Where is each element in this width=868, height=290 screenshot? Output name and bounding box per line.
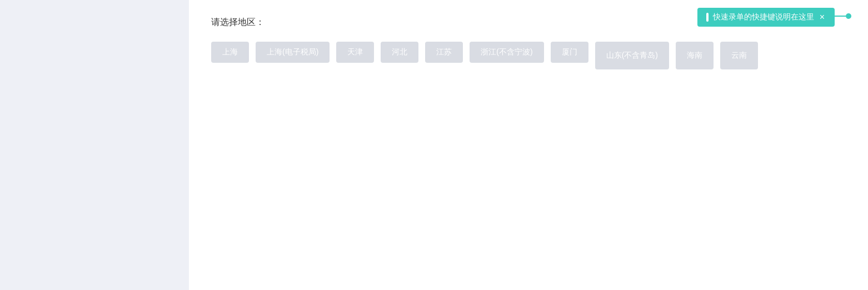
- region-btn-yunnan[interactable]: 云南: [720, 42, 758, 69]
- tooltip-connector-line: [835, 16, 846, 17]
- main-content: 请选择地区： 上海 上海(电子税局) 天津 河北 江苏 浙江(不含宁波) 厦门 …: [189, 0, 868, 290]
- tooltip-close-button[interactable]: ×: [819, 13, 826, 22]
- region-btn-xiamen[interactable]: 厦门: [551, 42, 588, 63]
- region-btn-shanghai[interactable]: 上海: [211, 42, 249, 63]
- region-row-2: 山东(不含青岛) 海南 云南: [595, 42, 758, 69]
- region-buttons: 上海 上海(电子税局) 天津 河北 江苏 浙江(不含宁波) 厦门 山东(不含青岛…: [211, 42, 846, 69]
- region-btn-hebei[interactable]: 河北: [381, 42, 418, 63]
- region-btn-hainan[interactable]: 海南: [676, 42, 714, 69]
- region-row-1: 上海 上海(电子税局) 天津 河北 江苏 浙江(不含宁波) 厦门: [211, 42, 588, 63]
- region-btn-jiangsu[interactable]: 江苏: [425, 42, 463, 63]
- tooltip-connector-dot: [846, 13, 851, 19]
- tooltip-bar: [706, 13, 709, 22]
- region-btn-zhejiang[interactable]: 浙江(不含宁波): [470, 42, 543, 63]
- left-panel: [0, 0, 189, 290]
- region-btn-tianjin[interactable]: 天津: [336, 42, 374, 63]
- tooltip-banner: 快速录单的快捷键说明在这里 ×: [697, 8, 835, 27]
- tooltip-text: 快速录单的快捷键说明在这里: [713, 12, 814, 22]
- region-btn-shanghai-etax[interactable]: 上海(电子税局): [256, 42, 330, 63]
- region-btn-shandong[interactable]: 山东(不含青岛): [595, 42, 669, 69]
